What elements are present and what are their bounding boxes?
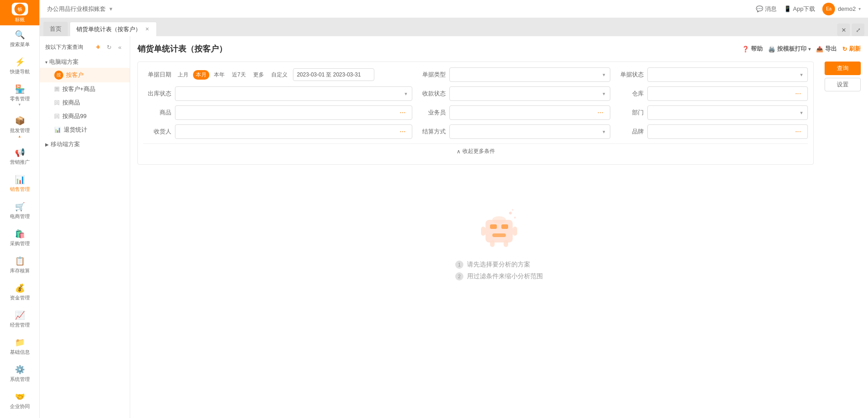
date-tab-custom[interactable]: 自定义 [269,70,290,80]
date-range-input[interactable]: 2023-03-01 至 2023-03-31 [293,68,374,81]
date-tab-more[interactable]: 更多 [250,70,267,80]
dept-select[interactable]: ▾ [647,105,808,120]
scheme-item-by-customer-goods[interactable]: 圖 按客户+商品 [40,82,130,96]
scheme-item-return-stat[interactable]: 📊 退货统计 [40,123,130,137]
salesperson-dots-btn[interactable]: ··· [595,109,605,117]
help-btn[interactable]: ❓ 帮助 [742,45,763,53]
tab-minimize-btn[interactable]: ✕ [837,24,850,36]
settlement-select[interactable]: ▾ [449,124,610,139]
scheme-item-by-goods-99[interactable]: 回 按商品99 [40,109,130,123]
wholesale-icon: 📦 [15,116,25,126]
refresh-scheme-btn[interactable]: ↻ [104,43,113,52]
filter-area: 单据日期 上月 本月 本年 近7天 更多 自定义 [137,62,814,165]
receiver-dots-btn[interactable]: ··· [398,128,407,136]
scheme-item-by-customer[interactable]: 按 按客户 [40,68,130,82]
top-header: 办公用品行业模拟账套 ▾ 💬 消息 📱 App下载 Ea demo2 ▾ [40,0,868,18]
empty-step-1: 1 请先选择要分析的方案 [455,261,543,269]
order-status-select[interactable]: ▾ [647,67,808,82]
sidebar-item-retail[interactable]: 🏪 零售管理 ▾ [0,80,39,111]
goods-dots-btn[interactable]: ··· [398,109,407,117]
date-tab-this-month[interactable]: 本月 [193,70,209,80]
sidebar-item-purchase[interactable]: 🛍️ 采购管理 [0,224,39,252]
print-btn[interactable]: 🖨️ 按模板打印 ▾ [768,45,811,53]
svg-rect-9 [504,240,508,247]
settings-button[interactable]: 设置 [825,78,861,91]
sidebar-item-inventory[interactable]: 📋 库存核算 [0,252,39,279]
date-tab-last-month[interactable]: 上月 [175,70,191,80]
collapse-scheme-icon: « [118,44,121,51]
brand-dots-btn[interactable]: ··· [793,128,803,136]
sidebar-item-wholesale[interactable]: 📦 批发管理 ▴ [0,111,39,143]
app-download-btn[interactable]: 📱 App下载 [784,5,815,13]
filter-dept: 部门 ▾ [616,105,808,120]
brand-select[interactable]: ··· [647,124,808,139]
user-btn[interactable]: Ea demo2 ▾ [822,3,861,15]
sidebar-item-marketing[interactable]: 📢 营销推广 [0,143,39,170]
tab-close-btn[interactable]: ✕ [144,26,150,33]
warehouse-dots-btn[interactable]: ··· [793,90,803,98]
sidebar-item-system[interactable]: ⚙️ 系统管理 [0,360,39,387]
action-buttons: 查询 设置 [819,62,861,91]
warehouse-label: 仓库 [616,90,647,98]
help-icon: ❓ [742,46,749,52]
scheme-group-desktop-header[interactable]: ▾ 电脑端方案 [40,56,130,68]
sidebar-item-newbie[interactable]: 🎯 新手引导 [0,414,39,418]
search-icon: 🔍 [15,30,25,40]
sidebar-item-operations[interactable]: 📈 经营管理 [0,306,39,333]
sidebar-item-sales[interactable]: 📊 销售管理 [0,170,39,197]
goods-select[interactable]: ··· [175,105,412,120]
download-icon: 📱 [784,5,791,12]
sidebar-item-quick-nav[interactable]: ⚡ 快捷导航 [0,52,39,80]
message-btn[interactable]: 💬 消息 [756,5,777,13]
payment-status-select[interactable]: ▾ [449,86,610,101]
tab-sales-stat[interactable]: 销货单统计表（按客户） ✕ [70,22,157,36]
brand-label: 品牌 [616,128,647,136]
inventory-icon: 📋 [15,256,25,266]
collapse-scheme-btn[interactable]: « [115,43,124,52]
date-tab-this-year[interactable]: 本年 [211,70,227,80]
operations-icon: 📈 [15,310,25,320]
sidebar-item-finance[interactable]: 💰 资金管理 [0,279,39,306]
export-btn[interactable]: 📤 导出 [816,45,837,53]
dropdown-icon[interactable]: ▾ [109,5,113,12]
sidebar-item-search[interactable]: 🔍 搜索菜单 [0,25,39,52]
out-status-select[interactable]: ▾ [175,86,412,101]
page-title-actions: ❓ 帮助 🖨️ 按模板打印 ▾ 📤 导出 ↻ 刷新 [742,45,861,53]
tab-expand-btn[interactable]: ⤢ [852,24,864,36]
scheme-header-actions: + ↻ « [94,43,124,52]
filter-salesperson: 业务员 ··· [418,105,610,120]
warehouse-select[interactable]: ··· [647,86,808,101]
sidebar-item-ecommerce[interactable]: 🛒 电商管理 [0,197,39,224]
chevron-down-icon: ▾ [45,60,47,65]
order-type-select[interactable]: ▾ [449,67,610,82]
salesperson-select[interactable]: ··· [449,105,610,120]
enterprise-icon: 🤝 [15,392,25,402]
tab-home[interactable]: 首页 [43,22,68,36]
add-scheme-btn[interactable]: + [94,43,103,52]
content-area: 按以下方案查询 + ↻ « ▾ 电脑端方案 [40,36,868,418]
chevron-down-icon: ▾ [19,102,21,107]
refresh-icon: ↻ [842,46,847,52]
scheme-group-mobile-header[interactable]: ▶ 移动端方案 [40,138,130,150]
order-status-label: 单据状态 [616,71,647,79]
empty-steps: 1 请先选择要分析的方案 2 用过滤条件来缩小分析范围 [455,261,543,280]
collapse-bar[interactable]: ∧ 收起更多条件 [143,143,808,159]
empty-illustration [472,197,526,252]
svg-rect-7 [513,227,517,236]
sidebar-item-enterprise[interactable]: 🤝 企业协同 [0,387,39,414]
filter-settlement: 结算方式 ▾ [418,124,610,139]
tab-bar: 首页 销货单统计表（按客户） ✕ ✕ ⤢ [40,18,868,36]
receiver-select[interactable]: ··· [175,124,412,139]
dept-label: 部门 [616,109,647,117]
date-tab-7days[interactable]: 近7天 [229,70,249,80]
svg-point-12 [514,217,516,218]
user-chevron-icon: ▾ [859,6,861,11]
sidebar-item-basic[interactable]: 📁 基础信息 [0,333,39,360]
scheme-item-icon: 📊 [54,127,61,133]
scheme-item-by-goods[interactable]: 回 按商品 [40,96,130,109]
step-number-1: 1 [455,261,463,269]
refresh-btn[interactable]: ↻ 刷新 [842,45,861,53]
query-button[interactable]: 查询 [825,62,861,75]
svg-point-13 [512,209,514,211]
export-icon: 📤 [816,46,823,52]
